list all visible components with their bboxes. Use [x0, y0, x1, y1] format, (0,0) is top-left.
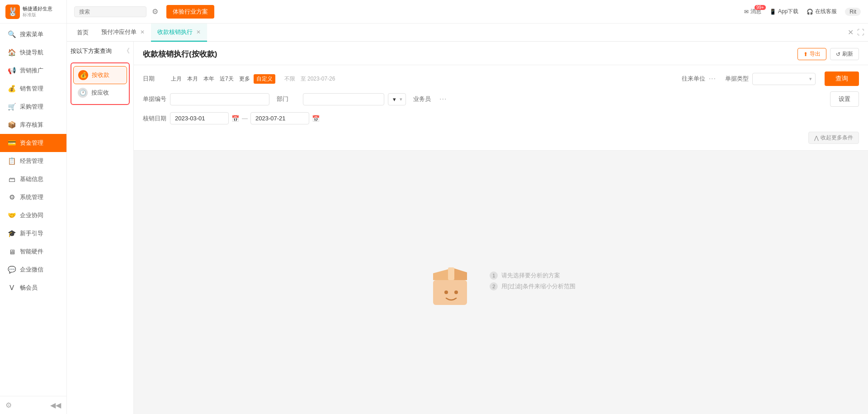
dept-select[interactable]: ▾ [388, 93, 406, 105]
verify-date-inputs: 📅 — 📅 [170, 112, 320, 124]
dept-group: 部门 ▾ [277, 93, 406, 105]
sidebar-item-wechat[interactable]: 💬 企业微信 [0, 261, 66, 279]
message-button[interactable]: ✉ 消息 99+ [744, 8, 761, 15]
date-nolimit-group: 不限 至 2023-07-26 [283, 74, 335, 84]
collapse-sidebar-icon[interactable]: ◀◀ [50, 401, 61, 409]
calendar-from-icon[interactable]: 📅 [231, 115, 239, 122]
more-btn[interactable]: 更多 [237, 74, 252, 84]
export-icon: ⬆ [803, 51, 808, 57]
sidebar-item-label: 营销推广 [20, 67, 43, 75]
export-button[interactable]: ⬆ 导出 [797, 48, 826, 60]
empty-hint-1: 1 请先选择要分析的方案 [490, 271, 575, 280]
close-tab-icon[interactable]: ✕ [848, 28, 854, 37]
staff-dots-icon[interactable]: ··· [439, 95, 447, 103]
dept-label: 部门 [277, 95, 299, 103]
sidebar-item-purchase[interactable]: 🛒 采购管理 [0, 98, 66, 116]
service-icon: 🎧 [807, 9, 813, 15]
sidebar-item-operations[interactable]: 📋 经营管理 [0, 152, 66, 170]
tab-home-label: 首页 [77, 29, 89, 37]
receivable-icon: 🕐 [78, 88, 88, 98]
date-group: 日期 上月 本月 本年 近7天 更多 自定义 [143, 74, 275, 84]
nolimit-date-label: 至 2023-07-26 [301, 75, 335, 83]
purchase-icon: 🛒 [7, 102, 16, 111]
tab-prepay-label: 预付冲应付单 [101, 28, 137, 36]
online-service-button[interactable]: 🎧 在线客服 [807, 8, 837, 15]
marketing-icon: 📢 [7, 66, 16, 75]
empty-state: 1 请先选择要分析的方案 2 用[过滤]条件来缩小分析范围 [134, 151, 868, 414]
voucher-no-input[interactable] [170, 93, 269, 105]
sidebar-item-inventory[interactable]: 📦 库存核算 [0, 116, 66, 134]
svg-rect-0 [433, 280, 467, 305]
logo-name: 畅捷通好生意 [23, 5, 52, 12]
logo-sub: 标准版 [23, 12, 52, 18]
collapse-button[interactable]: ⋀ 收起更多条件 [808, 132, 859, 144]
sidebar-item-system[interactable]: ⚙ 系统管理 [0, 188, 66, 206]
custom-btn[interactable]: 自定义 [254, 74, 275, 84]
filter-panel-toggle-icon[interactable]: 《 [123, 47, 130, 55]
sidebar-item-sales[interactable]: 💰 销售管理 [0, 80, 66, 98]
content-area: 按以下方案查询 《 💰 按收款 🕐 按应收 收款核销执行(按收款) [67, 42, 868, 414]
user-account[interactable]: Rit [845, 8, 861, 16]
verify-date-to-input[interactable] [250, 112, 309, 124]
settings-button[interactable]: 设置 [830, 91, 859, 107]
export-label: 导出 [810, 50, 821, 58]
solution-button[interactable]: 体验行业方案 [166, 5, 214, 19]
wechat-icon: 💬 [7, 265, 16, 274]
last7days-btn[interactable]: 近7天 [218, 74, 236, 84]
gear-icon[interactable]: ⚙ [152, 7, 158, 16]
search-row-1: 日期 上月 本月 本年 近7天 更多 自定义 不限 至 2023-07-26 [143, 71, 859, 86]
header-search-input[interactable] [74, 6, 146, 17]
system-icon: ⚙ [7, 193, 16, 202]
sidebar-item-finance[interactable]: 💳 资金管理 [0, 134, 66, 152]
tab-home[interactable]: 首页 [71, 24, 95, 42]
tab-collection-close-icon[interactable]: ✕ [196, 29, 201, 35]
filter-option-receipt[interactable]: 💰 按收款 [73, 66, 127, 84]
sidebar-item-marketing[interactable]: 📢 营销推广 [0, 62, 66, 80]
last-month-btn[interactable]: 上月 [169, 74, 184, 84]
tab-prepay[interactable]: 预付冲应付单 ✕ [95, 24, 151, 42]
date-label: 日期 [143, 75, 165, 83]
refresh-button[interactable]: ↺ 刷新 [830, 48, 859, 60]
operations-icon: 📋 [7, 157, 16, 166]
filter-panel-title: 按以下方案查询 [71, 47, 112, 55]
sidebar-item-search[interactable]: 🔍 搜索菜单 [0, 25, 66, 43]
calendar-to-icon[interactable]: 📅 [312, 115, 320, 122]
sidebar: 🐰 畅捷通好生意 标准版 🔍 搜索菜单 🏠 快捷导航 📢 营销推广 💰 销售管理… [0, 0, 67, 414]
member-icon: Ⅴ [7, 283, 16, 292]
finance-icon: 💳 [7, 138, 16, 148]
settings-icon[interactable]: ⚙ [5, 401, 12, 409]
this-month-btn[interactable]: 本月 [185, 74, 200, 84]
dept-input[interactable] [303, 93, 384, 105]
filter-option-receivable[interactable]: 🕐 按应收 [73, 84, 127, 101]
sidebar-item-hardware[interactable]: 🖥 智能硬件 [0, 243, 66, 261]
tab-prepay-close-icon[interactable]: ✕ [140, 29, 145, 35]
sidebar-item-basic[interactable]: 🗃 基础信息 [0, 170, 66, 188]
message-badge: 99+ [755, 5, 766, 10]
search-icon: 🔍 [7, 30, 16, 39]
empty-hint-2: 2 用[过滤]条件来缩小分析范围 [490, 282, 575, 290]
verify-date-label: 核销日期 [143, 114, 166, 123]
sidebar-item-label: 快捷导航 [20, 48, 43, 57]
voucher-type-group: 单据类型 [725, 73, 816, 85]
voucher-no-group: 单据编号 [143, 93, 269, 105]
voucher-type-select[interactable] [752, 73, 816, 85]
sidebar-item-guide[interactable]: 🎓 新手引导 [0, 224, 66, 243]
app-label: App下载 [778, 8, 798, 15]
nolimit-label: 不限 [283, 74, 297, 84]
app-download-button[interactable]: 📱 App下载 [769, 8, 798, 15]
verify-date-from-input[interactable] [170, 112, 229, 124]
sidebar-item-member[interactable]: Ⅴ 畅会员 [0, 279, 66, 297]
app-logo: 🐰 畅捷通好生意 标准版 [0, 0, 66, 24]
counterparty-dots-icon[interactable]: ··· [709, 75, 716, 83]
tab-collection[interactable]: 收款核销执行 ✕ [151, 24, 207, 42]
sidebar-item-corp[interactable]: 🤝 企业协同 [0, 206, 66, 224]
service-label: 在线客服 [815, 8, 837, 15]
maximize-icon[interactable]: ⛶ [857, 29, 864, 37]
header-right: ✉ 消息 99+ 📱 App下载 🎧 在线客服 Rit [744, 8, 861, 16]
this-year-btn[interactable]: 本年 [202, 74, 216, 84]
query-button[interactable]: 查询 [825, 71, 859, 86]
svg-point-4 [444, 290, 448, 294]
search-row-2: 单据编号 部门 ▾ 业务员 ··· [143, 91, 859, 107]
sidebar-item-label: 资金管理 [20, 139, 43, 147]
sidebar-item-shortcuts[interactable]: 🏠 快捷导航 [0, 43, 66, 62]
